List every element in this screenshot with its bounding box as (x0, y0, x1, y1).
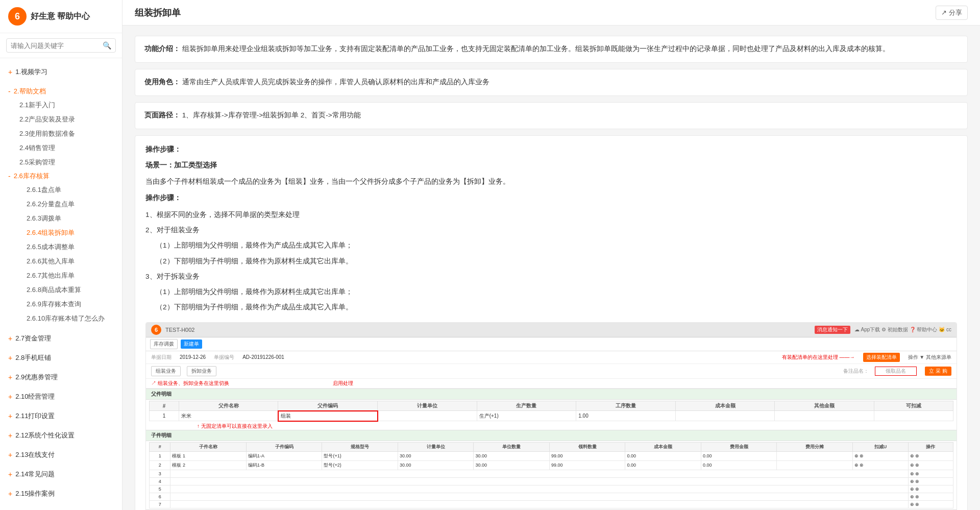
nav-section-title-2-8[interactable]: + 2.8手机旺铺 (8, 351, 114, 365)
mock-tab-new: 新建单 (181, 339, 202, 349)
mock-header-btn: 消息通知一下 (815, 326, 850, 334)
content-area: 功能介绍： 组装拆卸单用来处理企业组装或拆卸等加工业务，支持有固定装配清单的产品… (122, 26, 980, 510)
mock-enable-annotation: 启用处理 (333, 380, 353, 386)
mock-th-parent-name: 父件名称 (179, 401, 278, 411)
mock-child-r2-pickq: 99.00 (549, 460, 625, 470)
mock-child-r3-op: ⊕ ⊗ (908, 470, 953, 477)
mock-child-table: # 子件名称 子件编码 规格型号 计量单位 单位数量 领料数量 成本金额 费用金… (149, 442, 953, 508)
mock-child-section-header: 子件明细 (146, 430, 957, 441)
nav-section-title-2-14[interactable]: + 2.14常见问题 (8, 468, 114, 481)
mock-child-r2-unit: 30.00 (398, 460, 474, 470)
sidebar-item-2-3[interactable]: 2.3使用前数据准备 (8, 127, 114, 141)
sidebar-item-2-11[interactable]: + 2.11打印设置 (0, 406, 122, 426)
expand-icon-2-8: + (8, 354, 12, 361)
mock-parent-section-header: 父件明细 (146, 388, 957, 400)
mock-child-r1-fee: 0.00 (701, 451, 777, 460)
nav-section-title-2-7[interactable]: + 2.7资金管理 (8, 332, 114, 345)
sidebar-item-2-12[interactable]: + 2.12系统个性化设置 (0, 426, 122, 445)
mock-process-btn: 选择装配清单 (863, 353, 900, 362)
role-text: 通常由生产人员或库管人员完成拆装业务的操作，库管人员确认原材料的出库和产成品的入… (182, 78, 489, 86)
mock-child-row-1: 1 模板 1 编码1-A 型号(+1) 30.00 30.00 99.00 0.… (150, 451, 953, 460)
sidebar-item-video[interactable]: + 1.视频学习 (0, 62, 122, 82)
ops-block: 操作步骤： 场景一：加工类型选择 当由多个子件材料组装成一个成品的业务为【组装】… (135, 135, 968, 510)
nav-section-title-2-9[interactable]: + 2.9优惠券管理 (8, 371, 114, 384)
nav-section-title-2-11[interactable]: + 2.11打印设置 (8, 409, 114, 423)
mock-parent-row-1-proc: 1.00 (576, 411, 676, 421)
step-2-1: （1）上部明细为父件明细，最终作为产成品生成其它入库单； (156, 239, 957, 252)
nav-section-title-helpdoc[interactable]: - 2.帮助文档 (8, 85, 114, 98)
step-2-2: （2）下部明细为子件明细，最终作为原材料生成其它出库单。 (156, 255, 957, 268)
mock-th-cost: 成本金额 (675, 401, 775, 411)
sidebar-item-2-6-1[interactable]: 2.6.1盘点单 (8, 183, 114, 197)
mock-nav: 库存调拨 新建单 (146, 337, 957, 351)
mock-child-r1-unitq: 30.00 (474, 451, 550, 460)
mock-child-r2-alloc (777, 460, 853, 470)
nav-section-title-video[interactable]: + 1.视频学习 (8, 65, 114, 79)
sidebar-item-2-6-5[interactable]: 2.6.5成本调整单 (8, 240, 114, 254)
share-button[interactable]: ↗ 分享 (936, 6, 968, 20)
mock-date-label: 单据日期 (151, 354, 172, 361)
mock-child-r2-fee: 0.00 (701, 460, 777, 470)
step-3-1: （1）上部明细为父件明细，最终作为原材料生成其它出库单； (156, 286, 957, 298)
sidebar-item-2-5[interactable]: 2.5采购管理 (8, 155, 114, 169)
sidebar-item-2-15[interactable]: + 2.15操作案例 (0, 484, 122, 503)
sidebar-item-2-14[interactable]: + 2.14常见问题 (0, 465, 122, 484)
search-icon[interactable]: 🔍 (103, 41, 111, 50)
mock-child-th-name: 子件名称 (170, 442, 247, 451)
nav-section-title-2-6[interactable]: - 2.6库存核算 (8, 169, 114, 183)
mock-child-r2-cost: 0.00 (625, 460, 701, 470)
sidebar-item-2-7[interactable]: + 2.7资金管理 (0, 329, 122, 348)
mock-child-r6-empty (170, 493, 908, 500)
sidebar-item-2-6-9[interactable]: 2.6.9库存账本查询 (8, 297, 114, 311)
mock-child-r3-empty (170, 470, 908, 477)
expand-icon-2-9: + (8, 374, 12, 381)
step-3-2: （2）下部明细为子件明细，最终作为产成品生成其它入库单。 (156, 301, 957, 313)
step-2: 2、对于组装业务 (145, 224, 957, 236)
sidebar-item-2-1[interactable]: 2.1新手入门 (8, 98, 114, 112)
mock-child-r7-empty (170, 500, 908, 508)
mock-child-table-area: # 子件名称 子件编码 规格型号 计量单位 单位数量 领料数量 成本金额 费用金… (146, 441, 957, 509)
sidebar-item-2-6-4[interactable]: 2.6.4组装拆卸单 (8, 226, 114, 240)
mock-child-r1-cost: 0.00 (625, 451, 701, 460)
nav-section-title-2-13[interactable]: + 2.13在线支付 (8, 448, 114, 462)
sidebar-item-2-6-10[interactable]: 2.6.10库存账本错了怎么办 (8, 311, 114, 326)
mock-type-annotation: ↗ 组装业务、拆卸业务在这里切换 (151, 380, 229, 386)
sidebar-item-2-4[interactable]: 2.4销售管理 (8, 141, 114, 155)
mock-child-r1-pickq: 99.00 (549, 451, 625, 460)
nav-section-title-2-15[interactable]: + 2.15操作案例 (8, 487, 114, 500)
search-input[interactable] (11, 42, 103, 50)
sidebar-item-2-10[interactable]: + 2.10经营管理 (0, 387, 122, 406)
sidebar-item-2-2[interactable]: 2.2产品安装及登录 (8, 112, 114, 127)
mock-parent-row-1-unit (378, 411, 477, 421)
mock-no-value: AD-20191226-001 (242, 354, 284, 360)
sidebar-item-2-13[interactable]: + 2.13在线支付 (0, 445, 122, 465)
search-box: 🔍 (6, 38, 116, 53)
mock-child-r1-deduct: ⊕ ⊗ (852, 451, 908, 460)
nav-section-title-2-10[interactable]: + 2.10经营管理 (8, 390, 114, 403)
mock-child-th-unit: 计量单位 (398, 442, 474, 451)
mock-th-parent-code: 父件编码 (278, 401, 378, 411)
mock-child-r1-code: 编码1-A (246, 451, 322, 460)
mock-child-row-7: 7 ⊕ ⊗ (150, 500, 953, 508)
mock-disassemble-tab: 拆卸业务 (187, 366, 216, 376)
mock-child-r2-deduct: ⊕ ⊗ (852, 460, 908, 470)
sidebar-item-2-9[interactable]: + 2.9优惠券管理 (0, 368, 122, 387)
sidebar-item-2-6-3[interactable]: 2.6.3调拨单 (8, 211, 114, 226)
sidebar-item-2-6-7[interactable]: 2.6.7其他出库单 (8, 269, 114, 283)
main-area: 组装拆卸单 ↗ 分享 功能介绍： 组装拆卸单用来处理企业组装或拆卸等加工业务，支… (122, 0, 980, 510)
sidebar-item-2-6-8[interactable]: 2.6.8商品成本重算 (8, 283, 114, 297)
sidebar-item-2-8[interactable]: + 2.8手机旺铺 (0, 348, 122, 368)
mock-child-r7-op: ⊕ ⊗ (908, 500, 953, 508)
sidebar-item-helpdoc[interactable]: - 2.帮助文档 2.1新手入门 2.2产品安装及登录 2.3使用前数据准备 2… (0, 82, 122, 329)
mock-parent-row-1-deduct (874, 411, 953, 421)
mock-child-r2-no: 2 (150, 460, 170, 470)
sidebar-item-2-6-2[interactable]: 2.6.2分量盘点单 (8, 197, 114, 211)
intro-text: 组装拆卸单用来处理企业组装或拆卸等加工业务，支持有固定装配清单的产品加工业务，也… (182, 45, 890, 53)
mock-child-r5-op: ⊕ ⊗ (908, 485, 953, 493)
mock-child-r3-no: 3 (150, 470, 170, 477)
step-3: 3、对于拆装业务 (145, 271, 957, 283)
ops-steps-heading: 操作步骤： (145, 192, 957, 204)
nav-section-title-2-12[interactable]: + 2.12系统个性化设置 (8, 429, 114, 442)
logo-icon: 6 (8, 7, 27, 26)
sidebar-item-2-6-6[interactable]: 2.6.6其他入库单 (8, 254, 114, 269)
